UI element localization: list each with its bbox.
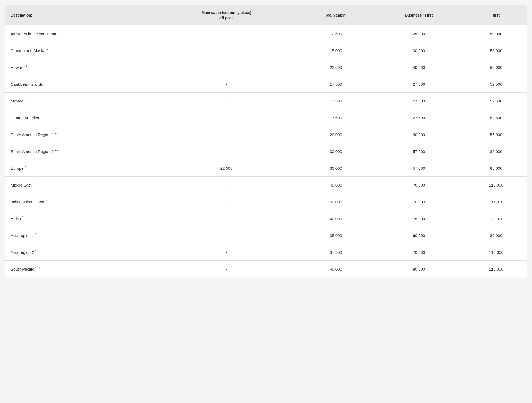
table-row: South Pacific ^ ++-40,00080,000110,000 [5,261,527,278]
cell-economy-off-peak: - [153,126,299,143]
table-row: Asia region 1 ^-35,00060,00080,000 [5,227,527,244]
cell-destination: South Pacific ^ ++ [5,261,153,278]
cell-business-first: 27,500 [372,76,466,93]
awards-table-container: Destination: Main cabin (economy class)o… [5,5,527,277]
cell-economy-off-peak: - [153,59,299,76]
table-row: Middle East *-40,00070,000115,000 [5,177,527,193]
cell-first: 85,000 [466,160,527,177]
cell-destination: Asia region 1 ^ [5,227,153,244]
cell-main-cabin: 17,500 [300,76,372,93]
table-row: 48 states in the continental +-12,50025,… [5,25,527,42]
table-row: South America Region 2 ++-30,00057,50085… [5,143,527,160]
cell-economy-off-peak: - [153,193,299,210]
cell-main-cabin: 22,500 [300,59,372,76]
cell-main-cabin: 40,000 [300,210,372,227]
cell-main-cabin: 17,500 [300,93,372,109]
table-row: Africa *-40,00075,000120,000 [5,210,527,227]
cell-main-cabin: 20,000 [300,126,372,143]
table-row: Hawaii + #-22,50040,00065,000 [5,59,527,76]
table-row: Central America +-17,50027,50052,500 [5,109,527,126]
table-row: Asia region 2 ^-37,50070,000110,000 [5,244,527,261]
cell-first: 80,000 [466,227,527,244]
cell-first: 50,000 [466,25,527,42]
cell-first: 55,000 [466,42,527,59]
cell-economy-off-peak: - [153,93,299,109]
cell-business-first: 40,000 [372,59,466,76]
table-row: South America Region 1 +-20,00030,00055,… [5,126,527,143]
cell-destination: Canada and Alaska + [5,42,153,59]
cell-economy-off-peak: - [153,210,299,227]
cell-economy-off-peak: - [153,42,299,59]
cell-first: 65,000 [466,59,527,76]
cell-destination: Mexico + [5,93,153,109]
cell-business-first: 80,000 [372,261,466,278]
cell-destination: South America Region 2 ++ [5,143,153,160]
cell-first: 52,500 [466,109,527,126]
cell-main-cabin: 30,000 [300,160,372,177]
cell-destination: Central America + [5,109,153,126]
cell-first: 52,500 [466,76,527,93]
cell-business-first: 60,000 [372,227,466,244]
cell-business-first: 30,000 [372,42,466,59]
header-destination: Destination: [5,5,153,25]
table-row: Europe *22,50030,00057,50085,000 [5,160,527,177]
cell-business-first: 27,500 [372,93,466,109]
cell-destination: Middle East * [5,177,153,193]
cell-economy-off-peak: - [153,109,299,126]
cell-business-first: 70,000 [372,193,466,210]
cell-destination: Hawaii + # [5,59,153,76]
table-header-row: Destination: Main cabin (economy class)o… [5,5,527,25]
cell-business-first: 75,000 [372,210,466,227]
cell-first: 110,000 [466,261,527,278]
cell-economy-off-peak: - [153,261,299,278]
cell-business-first: 57,500 [372,143,466,160]
cell-main-cabin: 17,500 [300,109,372,126]
cell-main-cabin: 35,000 [300,227,372,244]
awards-table: Destination: Main cabin (economy class)o… [5,5,527,277]
cell-economy-off-peak: - [153,227,299,244]
cell-main-cabin: 12,500 [300,25,372,42]
cell-first: 55,000 [466,126,527,143]
cell-main-cabin: 40,000 [300,261,372,278]
cell-economy-off-peak: - [153,244,299,261]
header-business-first: Business / First [372,5,466,25]
cell-main-cabin: 40,000 [300,193,372,210]
cell-first: 85,000 [466,143,527,160]
cell-business-first: 70,000 [372,244,466,261]
table-row: Mexico +-17,50027,50052,500 [5,93,527,109]
cell-main-cabin: 30,000 [300,143,372,160]
table-body: 48 states in the continental +-12,50025,… [5,25,527,277]
cell-economy-off-peak: - [153,143,299,160]
cell-economy-off-peak: - [153,76,299,93]
cell-first: 115,000 [466,177,527,193]
cell-destination: Asia region 2 ^ [5,244,153,261]
cell-economy-off-peak: 22,500 [153,160,299,177]
header-first: first [466,5,527,25]
cell-main-cabin: 40,000 [300,177,372,193]
cell-economy-off-peak: - [153,25,299,42]
cell-business-first: 30,000 [372,126,466,143]
cell-economy-off-peak: - [153,177,299,193]
cell-destination: Indian subcontinent ~ [5,193,153,210]
cell-business-first: 27,500 [372,109,466,126]
table-row: Canada and Alaska +-15,00030,00055,000 [5,42,527,59]
table-row: Caribbean Islands +-17,50027,50052,500 [5,76,527,93]
cell-first: 120,000 [466,210,527,227]
cell-destination: South America Region 1 + [5,126,153,143]
cell-first: 115,000 [466,193,527,210]
cell-destination: Africa * [5,210,153,227]
header-main-cabin: Main cabin [300,5,372,25]
cell-first: 110,000 [466,244,527,261]
cell-main-cabin: 37,500 [300,244,372,261]
cell-business-first: 25,000 [372,25,466,42]
cell-first: 52,500 [466,93,527,109]
cell-destination: 48 states in the continental + [5,25,153,42]
cell-business-first: 70,000 [372,177,466,193]
cell-business-first: 57,500 [372,160,466,177]
cell-destination: Europe * [5,160,153,177]
cell-main-cabin: 15,000 [300,42,372,59]
cell-destination: Caribbean Islands + [5,76,153,93]
table-row: Indian subcontinent ~-40,00070,000115,00… [5,193,527,210]
header-economy-off-peak: Main cabin (economy class)off peak [153,5,299,25]
